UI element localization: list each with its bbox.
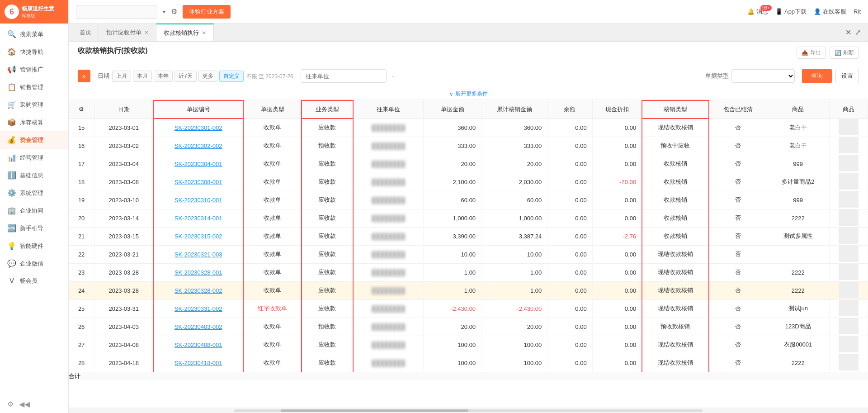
partner-filter-group: ··· (301, 69, 698, 83)
table-row[interactable]: 15 2023-03-01 SK-20230301-002 收款单 应收款 ██… (69, 119, 868, 137)
settings-button[interactable]: 设置 (835, 69, 859, 83)
expand-tab-icon[interactable]: ⤢ (855, 28, 861, 37)
table-row[interactable]: 17 2023-03-04 SK-20230304-001 收款单 应收款 ██… (69, 155, 868, 173)
user-menu[interactable]: Rit (854, 8, 861, 15)
table-row[interactable]: 26 2023-04-03 SK-20230403-002 收款单 预收款 ██… (69, 318, 868, 336)
cell-biz: 应收款 (302, 354, 353, 372)
collection-verify-tab-close[interactable]: ✕ (202, 30, 206, 36)
sidebar-item-marketing[interactable]: 📢营销推广 (0, 61, 68, 78)
table-row[interactable]: 22 2023-03-21 SK-20230321-003 收款单 应收款 ██… (69, 245, 868, 263)
cell-partner: ████████ (353, 318, 424, 336)
table-row[interactable]: 21 2023-03-15 SK-20230315-002 收款单 应收款 ██… (69, 227, 868, 245)
solution-button[interactable]: 体验行业方案 (183, 5, 231, 19)
table-row[interactable]: 18 2023-03-08 SK-20230308-001 收款单 应收款 ██… (69, 173, 868, 191)
table-row[interactable]: 24 2023-03-28 SK-20230328-002 收款单 应收款 ██… (69, 281, 868, 299)
sidebar-item-member[interactable]: V畅会员 (0, 272, 68, 290)
table-row[interactable]: 25 2023-03-31 SK-20230331-002 红字收款单 应收款 … (69, 299, 868, 318)
page-title: 收款核销执行(按收款) (78, 46, 148, 59)
cell-include: 否 (709, 263, 767, 281)
horizontal-scrollbar[interactable] (69, 408, 868, 413)
cell-date: 2023-03-08 (94, 173, 154, 191)
receipt-type-select[interactable] (731, 69, 795, 83)
cell-cancel-amount: 333.00 (481, 137, 547, 155)
sidebar-item-search[interactable]: 🔍搜索菜单 (0, 25, 68, 43)
dropdown-arrow[interactable]: ▾ (163, 9, 165, 15)
table-row[interactable]: 27 2023-04-08 SK-20230408-001 收款单 应收款 ██… (69, 336, 868, 354)
cell-type: 收款单 (243, 119, 302, 137)
pre-payment-tab-close[interactable]: ✕ (144, 29, 149, 36)
sidebar-item-sales[interactable]: 📋销售管理 (0, 78, 68, 96)
table-row[interactable]: 28 2023-04-18 SK-20230418-001 收款单 应收款 ██… (69, 354, 868, 372)
table-row[interactable]: 23 2023-03-28 SK-20230328-001 收款单 应收款 ██… (69, 263, 868, 281)
footer-discount (592, 372, 642, 380)
partner-input[interactable] (301, 69, 387, 83)
table-row[interactable]: 19 2023-03-10 SK-20230310-001 收款单 应收款 ██… (69, 191, 868, 209)
cell-discount: 0.00 (592, 119, 642, 137)
filter-toggle-button[interactable]: » (78, 70, 90, 82)
close-tab-icon[interactable]: ✕ (845, 28, 851, 37)
sidebar-item-quicknav[interactable]: 🏠快捷导航 (0, 43, 68, 61)
cell-discount: -2.76 (592, 227, 642, 245)
footer-total-label: 合计 (69, 372, 153, 380)
sidebar-item-operation[interactable]: 📊经营管理 (0, 149, 68, 166)
tab-home[interactable]: 首页 (72, 24, 99, 41)
sidebar-item-inventory[interactable]: 📦库存核算 (0, 114, 68, 131)
tabbar: 首页 预计应收付单 ✕ 收款核销执行 ✕ ✕ ⤢ (69, 24, 868, 42)
cell-type: 收款单 (243, 227, 302, 245)
date-opt-this-year[interactable]: 本年 (154, 71, 173, 82)
cell-discount: 0.00 (592, 209, 642, 227)
notification-button[interactable]: 🔔 消息 99+ (747, 8, 768, 16)
date-opt-more[interactable]: 更多 (198, 71, 217, 82)
bell-icon: 🔔 (747, 8, 755, 15)
col-header-discount: 现金折扣 (592, 100, 642, 119)
purchase-icon: 🛒 (7, 100, 16, 109)
settings-footer-icon[interactable]: ⚙ (7, 400, 14, 408)
cell-date: 2023-03-10 (94, 191, 154, 209)
tab-collection-verify[interactable]: 收款核销执行 ✕ (156, 24, 214, 41)
online-service-link[interactable]: 👤 在线客服 (814, 8, 846, 16)
footer-cancel-type (642, 372, 709, 380)
query-button[interactable]: 查询 (802, 69, 832, 83)
col-header-balance: 余额 (547, 100, 592, 119)
date-opt-custom[interactable]: 自定义 (219, 71, 244, 82)
date-opt-this-month[interactable]: 本月 (133, 71, 152, 82)
cell-discount: 0.00 (592, 281, 642, 299)
export-button[interactable]: 📤 导出 (797, 47, 826, 59)
cell-biz: 应收款 (302, 281, 353, 299)
collapse-icon[interactable]: ◀◀ (19, 400, 30, 408)
sidebar-item-guide[interactable]: 🆕新手引导 (0, 219, 68, 237)
table-row[interactable]: 20 2023-03-14 SK-20230314-001 收款单 应收款 ██… (69, 209, 868, 227)
cell-cancel-amount: 1,000.00 (481, 209, 547, 227)
cell-biz: 预收款 (302, 318, 353, 336)
sidebar-item-system[interactable]: ⚙️系统管理 (0, 184, 68, 202)
app-download-link[interactable]: 📱 App下载 (775, 8, 807, 16)
table-row[interactable]: 16 2023-03-02 SK-20230302-002 收款单 预收款 ██… (69, 137, 868, 155)
cell-biz: 预收款 (302, 137, 353, 155)
cell-idx: 17 (69, 155, 94, 173)
cell-type: 收款单 (243, 155, 302, 173)
cell-biz: 应收款 (302, 209, 353, 227)
sidebar-item-hardware[interactable]: 💡智能硬件 (0, 237, 68, 255)
sidebar-item-finance[interactable]: 💰资金管理 (0, 131, 68, 149)
tab-pre-payment[interactable]: 预计应收付单 ✕ (99, 24, 156, 41)
cell-cancel-type: 收款核销 (642, 173, 709, 191)
sidebar-item-wechat[interactable]: 💬企业微信 (0, 255, 68, 272)
sidebar-item-basic[interactable]: ℹ️基础信息 (0, 166, 68, 184)
cell-cancel-type: 收款核销 (642, 155, 709, 173)
cell-type: 收款单 (243, 173, 302, 191)
search-input[interactable] (76, 5, 157, 19)
cell-cancel-type: 收款核销 (642, 209, 709, 227)
gear-icon[interactable]: ⚙ (171, 7, 177, 16)
cell-goods: 999 (767, 191, 829, 209)
cell-biz: 应收款 (302, 155, 353, 173)
cell-goods: 衣服00001 (767, 336, 829, 354)
refresh-button[interactable]: 🔄 刷新 (830, 47, 859, 59)
expand-bar: ∨ 展开更多条件 (69, 88, 868, 100)
date-opt-prev-month[interactable]: 上月 (112, 71, 131, 82)
date-opt-7days[interactable]: 近7天 (175, 71, 197, 82)
sidebar-item-purchase[interactable]: 🛒采购管理 (0, 96, 68, 114)
expand-conditions-button[interactable]: ∨ 展开更多条件 (449, 90, 488, 98)
cell-goods: 测试jun (767, 299, 829, 318)
sidebar-item-enterprise[interactable]: 🏢企业协同 (0, 202, 68, 219)
sidebar-footer: ⚙ ◀◀ (0, 395, 68, 413)
